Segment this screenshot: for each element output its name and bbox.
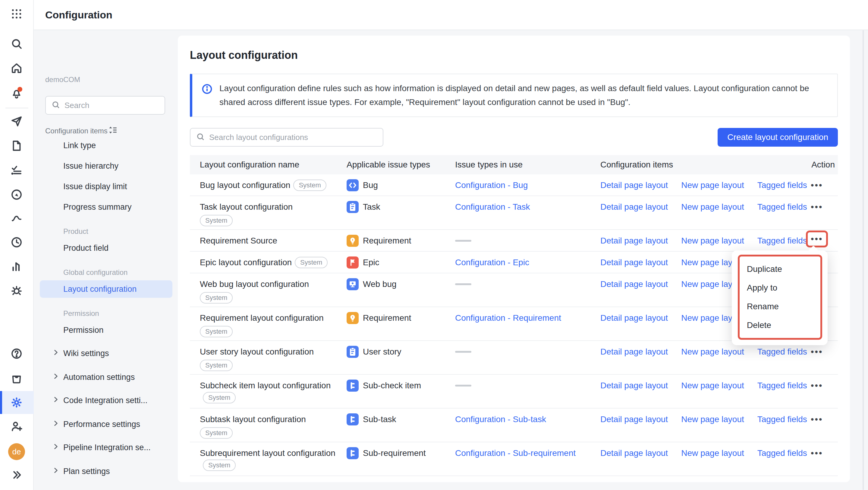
config-item-link-new-page-layout[interactable]: New page layout (681, 179, 744, 196)
config-item-link-new-page-layout[interactable]: New page layout (681, 380, 744, 408)
apps-grid-icon[interactable] (8, 5, 25, 22)
cell-action: ••• (802, 230, 838, 251)
subtask-icon (347, 380, 359, 392)
config-item-link-new-page-layout[interactable]: New page layout (681, 235, 744, 251)
config-item-link-detail-page-layout[interactable]: Detail page layout (600, 235, 668, 251)
add-member-icon[interactable] (8, 418, 25, 435)
issue-type-in-use-link[interactable]: Configuration - Task (455, 202, 530, 211)
config-item-link-tagged-fields[interactable]: Tagged fields (757, 346, 807, 374)
clock-icon[interactable] (8, 234, 25, 251)
config-item-link-tagged-fields[interactable]: Tagged fields (757, 179, 807, 196)
row-more-actions-button[interactable]: ••• (811, 234, 823, 244)
settings-icon-glyph (10, 396, 23, 409)
sort-filter-icon[interactable] (107, 125, 126, 137)
sidebar-item-product-field[interactable]: Product field (63, 239, 173, 257)
config-item-link-tagged-fields[interactable]: Tagged fields (757, 235, 807, 251)
create-layout-configuration-button[interactable]: Create layout configuration (718, 128, 838, 147)
send-icon[interactable] (8, 113, 25, 130)
sidebar-item-testcase-settings[interactable]: TestCase settings (52, 486, 173, 490)
annotation-highlight-box: ••• (806, 231, 828, 248)
cell-in-use (455, 341, 600, 374)
cell-name: Requirement Source (190, 230, 347, 251)
menu-item-rename[interactable]: Rename (740, 300, 820, 313)
issue-type-in-use-link[interactable]: Configuration - Sub-task (455, 414, 546, 424)
cell-config-items: Detail page layoutNew page layoutTagged … (600, 442, 802, 475)
sidebar-item-progress-summary[interactable]: Progress summary (63, 198, 173, 216)
config-item-link-new-page-layout[interactable]: New page layout (681, 447, 744, 475)
nav-section-permission: Permission (63, 305, 173, 322)
sidebar-item-wiki-settings[interactable]: Wiki settings (52, 345, 173, 362)
issue-type-in-use-link[interactable]: Configuration - Bug (455, 180, 528, 190)
avatar[interactable]: de (8, 443, 25, 460)
config-item-link-detail-page-layout[interactable]: Detail page layout (600, 179, 668, 196)
config-item-link-tagged-fields[interactable]: Tagged fields (757, 201, 807, 229)
config-item-link-new-page-layout[interactable]: New page layout (681, 346, 744, 374)
home-icon[interactable] (8, 60, 25, 77)
cell-name: Subcheck item layout configurationSystem (190, 375, 347, 408)
row-more-actions-button[interactable]: ••• (811, 180, 823, 190)
collapse-icon-glyph (10, 468, 23, 481)
sidebar-item-issue-hierarchy[interactable]: Issue hierarchy (63, 157, 173, 175)
issue-type-in-use-link[interactable]: Configuration - Requirement (455, 313, 561, 322)
config-item-link-detail-page-layout[interactable]: Detail page layout (600, 346, 668, 374)
table-search[interactable] (190, 128, 383, 147)
row-more-actions-button[interactable]: ••• (811, 347, 823, 357)
notifications-icon[interactable] (8, 84, 25, 101)
sidebar-item-code-integration-setti[interactable]: Code Integration setti... (52, 392, 173, 409)
layout-config-search-input[interactable] (209, 133, 377, 142)
nav-section-product: Product (63, 223, 173, 240)
issue-type-in-use-link[interactable]: Configuration - Epic (455, 258, 529, 267)
report-icon-glyph (10, 260, 23, 273)
cell-in-use (455, 230, 600, 251)
workflow-icon[interactable] (8, 210, 25, 227)
issue-type-label: Requirement (363, 235, 411, 247)
report-icon[interactable] (8, 258, 25, 275)
cell-in-use: Configuration - Sub-task (455, 408, 600, 442)
sidebar-item-plan-settings[interactable]: Plan settings (52, 463, 173, 480)
sidebar-item-permission[interactable]: Permission (63, 321, 173, 339)
search-icon[interactable] (8, 35, 25, 52)
sidebar-item-issue-display-limit[interactable]: Issue display limit (63, 178, 173, 195)
sidebar-search[interactable] (45, 96, 165, 115)
config-item-link-detail-page-layout[interactable]: Detail page layout (600, 201, 668, 229)
sidebar-item-layout-configuration[interactable]: Layout configuration (40, 280, 173, 298)
config-item-link-detail-page-layout[interactable]: Detail page layout (600, 447, 668, 475)
row-more-actions-button[interactable]: ••• (811, 448, 823, 458)
config-item-link-detail-page-layout[interactable]: Detail page layout (600, 256, 668, 273)
settings-icon[interactable] (8, 394, 25, 411)
document-icon[interactable] (8, 137, 25, 154)
marketplace-icon-glyph (10, 372, 23, 384)
sidebar-item-performance-settings[interactable]: Performance settings (52, 415, 173, 433)
row-more-actions-button[interactable]: ••• (811, 380, 823, 391)
config-item-link-tagged-fields[interactable]: Tagged fields (757, 413, 807, 442)
issue-type-in-use-link[interactable]: Configuration - Sub-requirement (455, 449, 576, 458)
requirement-icon (347, 312, 359, 324)
menu-item-delete[interactable]: Delete (740, 319, 820, 331)
menu-item-apply-to[interactable]: Apply to (740, 282, 820, 294)
collapse-icon[interactable] (8, 466, 25, 483)
page-title: Configuration (45, 9, 113, 21)
menu-item-duplicate[interactable]: Duplicate (740, 263, 820, 275)
issue-type-label: Task (363, 201, 380, 213)
config-item-link-tagged-fields[interactable]: Tagged fields (757, 447, 807, 475)
config-item-link-detail-page-layout[interactable]: Detail page layout (600, 278, 668, 307)
config-item-link-new-page-layout[interactable]: New page layout (681, 413, 744, 442)
config-item-link-detail-page-layout[interactable]: Detail page layout (600, 413, 668, 442)
bug-gear-icon[interactable] (8, 282, 25, 299)
notification-dot (18, 87, 22, 92)
row-more-actions-button[interactable]: ••• (811, 202, 823, 212)
target-icon[interactable] (8, 186, 25, 203)
sidebar-item-automation-settings[interactable]: Automation settings (52, 368, 173, 386)
config-item-link-new-page-layout[interactable]: New page layout (681, 201, 744, 229)
sidebar-search-input[interactable] (64, 100, 166, 110)
help-icon[interactable] (8, 345, 25, 362)
config-item-link-detail-page-layout[interactable]: Detail page layout (600, 312, 668, 340)
sidebar-item-link-type[interactable]: Link type (63, 137, 173, 154)
config-item-link-tagged-fields[interactable]: Tagged fields (757, 380, 807, 408)
row-more-actions-button[interactable]: ••• (811, 414, 823, 424)
sidebar-item-pipeline-integration-se[interactable]: Pipeline Integration se... (52, 439, 173, 456)
marketplace-icon[interactable] (8, 370, 25, 386)
task-list-icon[interactable] (8, 162, 25, 179)
scrollbar[interactable] (863, 30, 864, 490)
config-item-link-detail-page-layout[interactable]: Detail page layout (600, 380, 668, 408)
